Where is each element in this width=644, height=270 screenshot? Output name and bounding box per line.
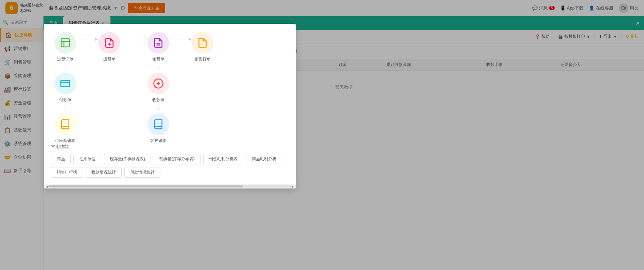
- dashed-arrow-1: ▶: [76, 39, 99, 39]
- func-btn-sales-profit[interactable]: 销售毛利分析表: [203, 154, 243, 164]
- scrollbar-track: [48, 185, 292, 187]
- func-buttons-row1: 商品 往来单位 现存量(库存状况表) 现存量(库存分布表) 销售毛利分析表 商品…: [51, 154, 289, 164]
- sales-bill-label: 销货单: [152, 56, 164, 62]
- node-sales-order[interactable]: 销售订单: [192, 32, 213, 62]
- purchase-bill-circle: [99, 32, 120, 54]
- func-buttons-row2: 销售排行榜 收款情况统计 付款情况统计: [51, 167, 289, 178]
- arrow-down-4: ↓: [157, 106, 160, 111]
- arrow-down-1: ↓: [64, 65, 67, 70]
- flow-col-sales-order: 销售订单: [192, 32, 213, 62]
- dashed-arrow-2: ◀: [169, 39, 192, 39]
- receipt-label: 收款单: [152, 97, 164, 103]
- flow-col-sales-bill: 销货单 ↓ 收款单 ↓ 客户账本: [147, 32, 169, 144]
- node-payment[interactable]: 付款单: [54, 73, 76, 103]
- modal-scrollbar: ◀ ▶: [44, 184, 296, 188]
- customer-ledger-circle: [147, 113, 169, 135]
- supplier-ledger-label: 供应商账本: [55, 138, 75, 144]
- scroll-left-arrow[interactable]: ◀: [46, 185, 48, 188]
- node-purchase-bill[interactable]: 进货单: [99, 32, 120, 62]
- func-btn-product-profit[interactable]: 商品毛利分析: [246, 154, 282, 164]
- arrow-down-2: ↓: [64, 106, 67, 111]
- sales-order-circle: [192, 32, 213, 54]
- func-btn-product[interactable]: 商品: [51, 154, 71, 164]
- node-receipt[interactable]: 收款单: [147, 73, 169, 103]
- func-btn-payment-stats[interactable]: 付款情况统计: [124, 167, 160, 178]
- receipt-circle: [147, 73, 169, 94]
- purchase-bill-label: 进货单: [103, 56, 116, 62]
- scroll-right-arrow[interactable]: ▶: [292, 185, 294, 188]
- func-btn-receipt-stats[interactable]: 收款情况统计: [86, 167, 122, 178]
- scrollbar-thumb[interactable]: [48, 185, 243, 187]
- arrow-down-3: ↓: [157, 65, 160, 70]
- sales-order-label: 销售订单: [194, 56, 211, 62]
- svg-rect-3: [61, 80, 70, 87]
- purchase-order-label: 进货订单: [57, 56, 73, 62]
- flow-diagram: 进货订单 ↓ 付款单 ↓ 供应商账本: [44, 24, 296, 144]
- sales-bill-circle: [147, 32, 169, 54]
- flow-col-purchase-bill: 进货单: [99, 32, 120, 62]
- purchase-order-circle: [54, 32, 76, 54]
- node-purchase-order[interactable]: 进货订单: [54, 32, 76, 62]
- node-customer-ledger[interactable]: 客户账本: [147, 113, 169, 144]
- payment-circle: [54, 73, 76, 94]
- common-func-title: 常用功能: [51, 144, 289, 150]
- flow-col-purchase: 进货订单 ↓ 付款单 ↓ 供应商账本: [54, 32, 76, 144]
- flow-modal: 进货订单 ↓ 付款单 ↓ 供应商账本: [44, 24, 296, 188]
- func-btn-stock-dist[interactable]: 现存量(库存分布表): [154, 154, 201, 164]
- common-functions: 常用功能 商品 往来单位 现存量(库存状况表) 现存量(库存分布表) 销售毛利分…: [44, 144, 296, 184]
- customer-ledger-label: 客户账本: [150, 138, 167, 144]
- flow-row-main: 进货订单 ↓ 付款单 ↓ 供应商账本: [54, 32, 285, 144]
- payment-label: 付款单: [59, 97, 71, 103]
- svg-rect-0: [61, 39, 69, 47]
- modal-overlay[interactable]: 进货订单 ↓ 付款单 ↓ 供应商账本: [0, 0, 644, 270]
- func-btn-stock-status[interactable]: 现存量(库存状况表): [104, 154, 151, 164]
- node-sales-bill[interactable]: 销货单: [147, 32, 169, 62]
- func-btn-partner[interactable]: 往来单位: [73, 154, 101, 164]
- func-btn-sales-rank[interactable]: 销售排行榜: [51, 167, 83, 178]
- node-supplier-ledger[interactable]: 供应商账本: [54, 113, 76, 144]
- supplier-ledger-circle: [54, 113, 76, 135]
